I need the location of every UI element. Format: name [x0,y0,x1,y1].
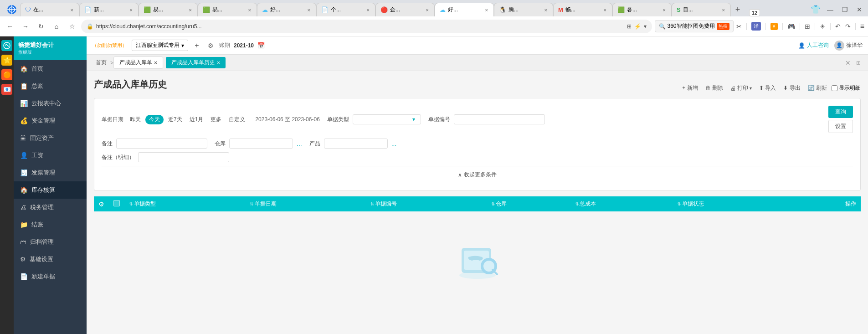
refresh-button[interactable]: ↻ [35,20,47,33]
panel-close-button[interactable]: ✕ [842,59,854,67]
company-selector[interactable]: 江西腺宝测试专用 ▾ [132,40,188,51]
breadcrumb-current-close-icon[interactable]: × [217,60,220,66]
sidebar-item-payroll[interactable]: 👤 工资 [14,147,87,164]
tab-10[interactable]: M 畅... × [553,3,612,16]
breadcrumb-parent-close-icon[interactable]: × [154,60,157,66]
breadcrumb-home[interactable]: 首页 [92,59,110,67]
type-filter-select[interactable]: ▾ [353,114,421,124]
product-dots-icon[interactable]: ... [391,140,397,147]
th-settings[interactable]: ⚙ [94,196,109,211]
tab-12-close[interactable]: × [721,6,726,14]
show-detail-checkbox[interactable] [832,85,837,91]
back-button[interactable]: ← [4,20,16,33]
product-filter-input[interactable] [324,139,388,149]
th-type[interactable]: ⇅ 单据类型 [124,196,245,211]
sidebar-item-archive[interactable]: 🗃 归档管理 [14,233,87,251]
sidebar-item-reports[interactable]: 📊 云报表中心 [14,95,87,112]
tab-9-close[interactable]: × [544,6,548,14]
calendar-icon[interactable]: 📅 [257,42,265,49]
date-1month-btn[interactable]: 近1月 [187,115,206,124]
tab-6-close[interactable]: × [366,6,370,14]
yuan-icon[interactable]: ¥ [770,23,778,30]
sidebar-item-inventory[interactable]: 🏠 库存核算 [14,181,87,199]
forward-button[interactable]: → [19,20,32,33]
sidebar-item-invoice[interactable]: 🧾 发票管理 [14,164,87,181]
th-status[interactable]: ⇅ 单据状态 [673,196,793,211]
add-company-button[interactable]: + [192,41,202,51]
panel-expand-button[interactable]: ⊞ [854,60,863,66]
tab-6[interactable]: 📄 个... × [316,3,375,16]
th-number[interactable]: ⇅ 单据编号 [366,196,487,211]
date-yesterday-btn[interactable]: 昨天 [127,115,144,124]
breadcrumb-parent-tab[interactable]: 产成品入库单 × [113,57,163,69]
tab-7[interactable]: 🔴 企... × [375,3,435,16]
tab-11-close[interactable]: × [662,6,667,14]
search-section[interactable]: 🔍 360智能抠图免费用 热搜 [655,20,734,32]
import-button[interactable]: ⬆ 导入 [756,83,779,93]
sidebar-item-tax[interactable]: 🖨 税务管理 [14,199,87,216]
refresh-button[interactable]: 🔄 刷新 [805,83,830,93]
tab-4[interactable]: 🟩 易... × [198,3,257,16]
tab-7-close[interactable]: × [425,6,430,14]
note-filter-input[interactable] [116,139,207,149]
th-date[interactable]: ⇅ 单据日期 [245,196,366,211]
tab-10-close[interactable]: × [603,6,607,14]
rail-icon-orange[interactable]: 🟠 [1,69,12,80]
sidebar-item-newbill[interactable]: 📄 新建单据 [14,268,87,285]
delete-button[interactable]: 🗑 删除 [703,83,726,93]
date-today-btn[interactable]: 今天 [145,115,164,124]
tab-1[interactable]: 🛡 在... × [20,3,79,16]
sidebar-item-settle[interactable]: 📁 结账 [14,216,87,233]
url-bar[interactable]: 🔒 https://cloud.chanjet.com/accounting/u… [81,20,652,33]
minimize-button[interactable]: — [823,3,837,16]
sidebar-item-funds[interactable]: 💰 资金管理 [14,112,87,129]
th-total-cost[interactable]: ⇅ 总成本 [570,196,673,211]
date-more-btn[interactable]: 更多 [208,115,224,124]
number-filter-input[interactable] [454,114,545,124]
sidebar-item-settings[interactable]: ⚙ 基础设置 [14,251,87,268]
user-area[interactable]: 👤 徐泽华 [834,41,863,51]
scissors-icon[interactable]: ✂ [736,23,742,30]
breadcrumb-current-tab[interactable]: 产成品入库单历史 × [166,57,226,68]
th-warehouse[interactable]: ⇅ 仓库 [487,196,570,211]
th-checkbox[interactable] [109,196,124,211]
menu-icon[interactable]: ≡ [860,22,864,31]
rail-icon-1[interactable] [1,40,12,51]
translate-icon[interactable]: 译 [751,22,761,31]
export-button[interactable]: ⬇ 导出 [781,83,803,93]
tab-4-close[interactable]: × [247,6,252,14]
warehouse-dots-icon[interactable]: ... [297,140,302,147]
sidebar-item-ledger[interactable]: 📋 总账 [14,77,87,95]
new-tab-button[interactable]: + [731,3,745,16]
query-button[interactable]: 查询 [828,106,853,118]
redo-icon[interactable]: ↷ [845,23,851,30]
tab-3-close[interactable]: × [188,6,193,14]
sidebar-item-assets[interactable]: 🏛 固定资产 [14,129,87,147]
maximize-button[interactable]: ❐ [838,3,852,16]
tab-8-close[interactable]: × [484,6,489,14]
warehouse-filter-input[interactable] [229,139,293,149]
type-filter-input[interactable] [356,116,411,123]
type-filter-dropdown-icon[interactable]: ▾ [412,116,415,123]
game-icon[interactable]: 🎮 [787,23,795,30]
tab-8[interactable]: ☁ 好... × [435,3,494,16]
tab-11[interactable]: 🟩 各... × [612,3,672,16]
rail-icon-mail[interactable]: 📧 [1,84,12,95]
grid-view-icon[interactable]: ⊞ [805,23,810,30]
service-button[interactable]: 👤 人工咨询 [798,41,829,49]
tab-5-close[interactable]: × [307,6,311,14]
company-settings-button[interactable]: ⚙ [205,41,216,51]
show-detail-checkbox-label[interactable]: 显示明细 [832,84,861,92]
sidebar-item-home[interactable]: 🏠 首页 [14,60,87,77]
table-settings-icon[interactable]: ⚙ [98,200,104,208]
settings-button[interactable]: 设置 [828,120,853,133]
undo-icon[interactable]: ↶ [835,23,841,30]
print-button[interactable]: 🖨 打印 ▾ [728,83,755,93]
date-custom-btn[interactable]: 自定义 [226,115,248,124]
tab-1-close[interactable]: × [70,6,74,14]
date-7days-btn[interactable]: 近7天 [165,115,185,124]
tab-12[interactable]: S 目... × [672,3,731,16]
tab-2[interactable]: 📄 新... × [79,3,139,16]
bookmark-button[interactable]: ☆ [66,20,78,33]
tab-9[interactable]: 🐧 腾... × [494,3,553,16]
